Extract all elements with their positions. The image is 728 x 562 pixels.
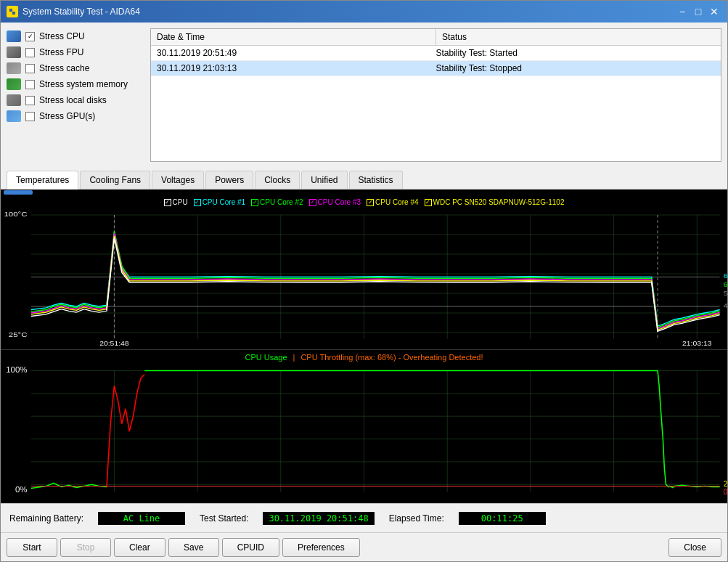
preferences-button[interactable]: Preferences	[282, 538, 360, 557]
title-bar: System Stability Test - AIDA64 − □ ✕	[1, 1, 727, 23]
svg-text:59: 59	[724, 289, 727, 296]
svg-text:100%: 100%	[6, 365, 27, 373]
stop-button[interactable]: Stop	[60, 538, 111, 557]
svg-rect-1	[9, 9, 12, 12]
option-stress-cache: Stress cache	[7, 60, 144, 76]
svg-text:61: 61	[724, 281, 727, 288]
clear-button[interactable]: Clear	[114, 538, 165, 557]
ram-stress-icon	[7, 78, 21, 90]
throttle-title: CPU Throttling (max: 68%) - Overheating …	[300, 353, 483, 362]
stress-gpu-label: Stress GPU(s)	[39, 111, 95, 121]
svg-text:45: 45	[724, 301, 727, 309]
legend-core4[interactable]: CPU Core #4	[367, 198, 418, 206]
stress-cache-checkbox[interactable]	[25, 64, 35, 73]
legend-wdc-label: WDC PC SN520 SDAPNUW-512G-1102	[433, 198, 565, 206]
stress-cpu-label: Stress CPU	[39, 31, 85, 41]
option-stress-cpu: Stress CPU	[7, 28, 144, 44]
stress-memory-checkbox[interactable]	[25, 80, 35, 89]
elapsed-value: 00:11:25	[459, 512, 546, 525]
tab-temperatures[interactable]: Temperatures	[7, 171, 78, 190]
legend-cpu[interactable]: CPU	[164, 198, 188, 206]
log-status-2: Stability Test: Stopped	[436, 63, 716, 73]
stress-disks-label: Stress local disks	[39, 95, 107, 105]
log-header: Date & Time Status	[151, 29, 721, 46]
log-status-1: Stability Test: Started	[436, 48, 716, 58]
battery-value: AC Line	[98, 512, 185, 525]
close-window-button[interactable]: ✕	[707, 4, 721, 19]
stress-gpu-checkbox[interactable]	[25, 112, 35, 121]
legend-core3[interactable]: CPU Core #3	[309, 198, 361, 206]
legend-wdc[interactable]: WDC PC SN520 SDAPNUW-512G-1102	[425, 198, 565, 206]
tab-powers[interactable]: Powers	[205, 171, 253, 189]
charts-section: CPU CPU Core #1 CPU Core #2 CPU Core #3	[1, 190, 727, 503]
temperature-chart: CPU CPU Core #1 CPU Core #2 CPU Core #3	[1, 195, 727, 350]
svg-text:0%: 0%	[15, 484, 28, 493]
close-button[interactable]: Close	[668, 538, 721, 557]
svg-text:64: 64	[724, 272, 727, 280]
log-panel: Date & Time Status 30.11.2019 20:51:49 S…	[150, 28, 721, 162]
battery-label: Remaining Battery:	[9, 513, 83, 524]
stress-memory-label: Stress system memory	[39, 79, 128, 89]
tab-cooling-fans[interactable]: Cooling Fans	[80, 171, 150, 189]
legend-cpu-label: CPU	[173, 198, 188, 206]
window-controls: − □ ✕	[675, 4, 721, 19]
log-row-2[interactable]: 30.11.2019 21:03:13 Stability Test: Stop…	[151, 61, 721, 76]
svg-text:0%: 0%	[724, 487, 727, 495]
legend-core2[interactable]: CPU Core #2	[251, 198, 303, 206]
legend-core3-label: CPU Core #3	[318, 198, 361, 206]
top-section: Stress CPU Stress FPU Stress cache Stres…	[1, 23, 727, 168]
stress-cache-label: Stress cache	[39, 63, 89, 73]
stress-cpu-checkbox[interactable]	[25, 32, 35, 41]
minimize-button[interactable]: −	[675, 4, 690, 19]
cpu-usage-title: CPU Usage	[245, 353, 287, 362]
svg-text:25°C: 25°C	[9, 330, 28, 338]
cpu-stress-icon	[7, 30, 21, 42]
legend-core1-label: CPU Core #1	[203, 198, 245, 206]
legend-core1[interactable]: CPU Core #1	[194, 198, 245, 206]
test-started-value: 30.11.2019 20:51:48	[263, 512, 374, 525]
cache-stress-icon	[7, 62, 21, 74]
svg-rect-2	[12, 12, 15, 15]
start-button[interactable]: Start	[7, 538, 57, 557]
gpu-stress-icon	[7, 110, 21, 122]
option-stress-fpu: Stress FPU	[7, 44, 144, 60]
status-bar: Remaining Battery: AC Line Test Started:…	[1, 503, 727, 532]
main-window: System Stability Test - AIDA64 − □ ✕ Str…	[0, 0, 728, 562]
svg-text:20:51:48: 20:51:48	[99, 340, 129, 347]
tab-statistics[interactable]: Statistics	[349, 171, 403, 189]
svg-text:21:03:13: 21:03:13	[682, 340, 712, 347]
disk-stress-icon	[7, 94, 21, 106]
window-title: System Stability Test - AIDA64	[23, 7, 675, 17]
scroll-indicator[interactable]	[4, 190, 33, 195]
log-col-status: Status	[436, 29, 721, 45]
chart-legend: CPU CPU Core #1 CPU Core #2 CPU Core #3	[1, 197, 727, 208]
legend-core2-label: CPU Core #2	[260, 198, 303, 206]
log-datetime-2: 30.11.2019 21:03:13	[157, 63, 436, 73]
maximize-button[interactable]: □	[691, 4, 705, 19]
svg-text:100°C: 100°C	[4, 210, 28, 218]
cpuid-button[interactable]: CPUID	[222, 538, 279, 557]
log-datetime-1: 30.11.2019 20:51:49	[157, 48, 436, 58]
elapsed-label: Elapsed Time:	[389, 513, 444, 524]
tab-clocks[interactable]: Clocks	[255, 171, 300, 189]
option-stress-gpu: Stress GPU(s)	[7, 108, 144, 124]
separator: |	[293, 353, 295, 362]
log-col-datetime: Date & Time	[151, 29, 436, 45]
options-panel: Stress CPU Stress FPU Stress cache Stres…	[7, 28, 144, 162]
tab-voltages[interactable]: Voltages	[152, 171, 204, 189]
log-row-1[interactable]: 30.11.2019 20:51:49 Stability Test: Star…	[151, 46, 721, 61]
option-stress-disks: Stress local disks	[7, 92, 144, 108]
content-area: Stress CPU Stress FPU Stress cache Stres…	[1, 23, 727, 561]
stress-fpu-checkbox[interactable]	[25, 48, 35, 57]
tabs-section: Temperatures Cooling Fans Voltages Power…	[1, 168, 727, 190]
stress-disks-checkbox[interactable]	[25, 96, 35, 105]
legend-core4-label: CPU Core #4	[375, 198, 418, 206]
test-started-label: Test Started:	[200, 513, 248, 524]
option-stress-memory: Stress system memory	[7, 76, 144, 92]
tab-bar: Temperatures Cooling Fans Voltages Power…	[1, 168, 727, 190]
fpu-stress-icon	[7, 46, 21, 58]
usage-chart: CPU Usage | CPU Throttling (max: 68%) - …	[1, 350, 727, 504]
save-button[interactable]: Save	[168, 538, 219, 557]
tab-unified[interactable]: Unified	[301, 171, 347, 189]
button-bar: Start Stop Clear Save CPUID Preferences …	[1, 532, 727, 561]
